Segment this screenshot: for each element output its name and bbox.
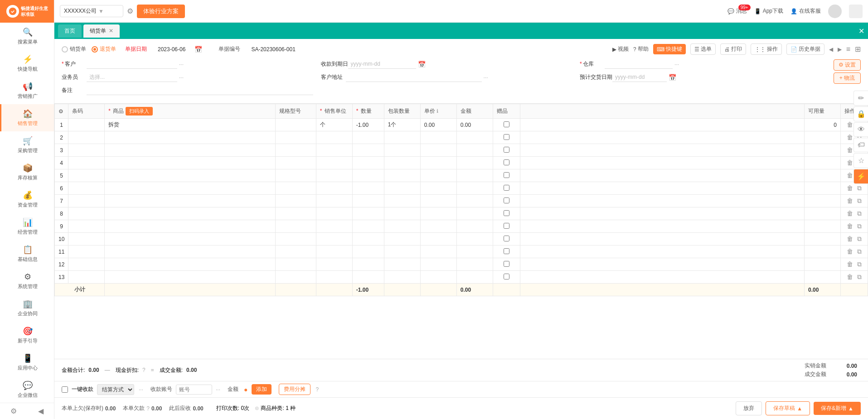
cell-unit[interactable] <box>316 233 352 246</box>
cell-pkgqty[interactable] <box>384 131 420 144</box>
gift-checkbox[interactable] <box>504 236 509 241</box>
cell-gift[interactable] <box>493 233 520 246</box>
customer-dots[interactable]: ··· <box>179 61 184 67</box>
delete-row-button[interactable]: 🗑 <box>845 184 854 192</box>
copy-row-button[interactable]: ⧉ <box>856 235 863 243</box>
cell-amount[interactable] <box>456 169 493 182</box>
history-button[interactable]: 📄 历史单据 <box>786 43 824 55</box>
delete-row-button[interactable]: 🗑 <box>845 248 854 255</box>
shortcuts-button[interactable]: ⌨ 快捷键 <box>653 44 686 54</box>
cell-gift[interactable] <box>493 169 520 182</box>
cell-unit[interactable] <box>316 271 352 284</box>
copy-row-button[interactable]: ⧉ <box>856 260 863 268</box>
date-calendar-icon[interactable]: 📅 <box>194 46 202 53</box>
one-click-checkbox[interactable] <box>62 386 68 393</box>
sidebar-item-sales[interactable]: 🏠 销售管理 <box>0 104 54 131</box>
nav-prev-icon[interactable]: ◀ <box>829 46 833 53</box>
sidebar-item-operation[interactable]: 📊 经营管理 <box>0 213 54 240</box>
save-draft-button[interactable]: 保存草稿 ▲ <box>766 401 810 415</box>
cell-price[interactable]: 0.00 <box>420 119 456 131</box>
cell-price[interactable] <box>420 220 456 233</box>
cell-pkgqty[interactable] <box>384 169 420 182</box>
settings-button[interactable]: ⚙ 设置 <box>834 59 861 71</box>
view-grid-icon[interactable]: ⊞ <box>855 45 861 53</box>
cell-amount[interactable] <box>456 157 493 169</box>
user-menu-icon[interactable] <box>849 5 863 18</box>
actions-button[interactable]: ⋮⋮ 操作 <box>751 43 782 55</box>
cell-amount[interactable] <box>456 271 493 284</box>
tool-video[interactable]: ▶ 视频 <box>612 45 629 53</box>
cell-pkgqty[interactable] <box>384 144 420 157</box>
delete-row-button[interactable]: 🗑 <box>845 222 854 230</box>
user-avatar[interactable] <box>828 5 842 18</box>
scan-button[interactable]: 扫码录入 <box>126 107 153 116</box>
salesperson-input[interactable] <box>87 72 177 82</box>
sidebar-item-base[interactable]: 📋 基础信息 <box>0 240 54 267</box>
cell-price[interactable] <box>420 131 456 144</box>
cell-gift[interactable] <box>493 144 520 157</box>
gift-checkbox[interactable] <box>504 197 509 203</box>
cell-qty[interactable] <box>352 207 384 220</box>
copy-row-button[interactable]: ⧉ <box>856 248 863 255</box>
cell-product[interactable] <box>105 271 275 284</box>
sidebar-item-guide[interactable]: 🎯 新手引导 <box>0 322 54 349</box>
cell-price[interactable] <box>420 246 456 258</box>
cell-spec[interactable] <box>275 144 316 157</box>
delete-row-button[interactable]: 🗑 <box>845 197 854 204</box>
cell-pkgqty[interactable] <box>384 157 420 169</box>
sidebar-item-search[interactable]: 🔍 搜索菜单 <box>0 23 54 50</box>
cell-qty[interactable] <box>352 195 384 207</box>
cell-gift[interactable] <box>493 207 520 220</box>
cell-barcode[interactable] <box>68 157 105 169</box>
cell-spec[interactable] <box>275 233 316 246</box>
customer-address-input[interactable] <box>346 72 482 82</box>
cell-product[interactable] <box>105 233 275 246</box>
gift-checkbox[interactable] <box>504 210 509 216</box>
copy-row-button[interactable]: ⧉ <box>856 273 863 281</box>
print-button[interactable]: 🖨 打印 <box>720 43 746 55</box>
expected-delivery-calendar-icon[interactable]: 📅 <box>669 74 676 81</box>
cell-barcode[interactable] <box>68 144 105 157</box>
gift-checkbox[interactable] <box>504 159 509 165</box>
cell-price[interactable] <box>420 182 456 195</box>
th-settings[interactable]: ⚙ <box>55 104 68 119</box>
customer-input[interactable] <box>87 59 177 69</box>
cell-qty[interactable] <box>352 157 384 169</box>
cell-product[interactable] <box>105 195 275 207</box>
cell-barcode[interactable] <box>68 220 105 233</box>
radio-sales[interactable]: 销货单 <box>62 45 86 53</box>
cell-qty[interactable] <box>352 182 384 195</box>
radio-return[interactable]: 退货单 <box>92 45 116 53</box>
tab-sales-order[interactable]: 销货单 ✕ <box>83 24 120 38</box>
abandon-button[interactable]: 放弃 <box>736 401 762 415</box>
cell-product[interactable] <box>105 182 275 195</box>
sidebar-item-marketing[interactable]: 📢 营销推广 <box>0 77 54 104</box>
delete-row-button[interactable]: 🗑 <box>845 210 854 217</box>
cell-barcode[interactable] <box>68 246 105 258</box>
gift-checkbox[interactable] <box>504 248 509 254</box>
cash-discount-info[interactable]: ? <box>142 367 145 373</box>
cell-product[interactable] <box>105 144 275 157</box>
payment-date-input[interactable] <box>348 59 416 69</box>
payment-date-calendar-icon[interactable]: 📅 <box>418 61 426 68</box>
add-payment-button[interactable]: 添加 <box>252 384 272 395</box>
cell-qty[interactable] <box>352 258 384 271</box>
cell-price[interactable] <box>420 195 456 207</box>
cell-amount[interactable] <box>456 182 493 195</box>
gift-checkbox[interactable] <box>504 172 509 178</box>
sidebar-item-finance[interactable]: 💰 资金管理 <box>0 186 54 213</box>
cell-amount[interactable] <box>456 207 493 220</box>
gift-checkbox[interactable] <box>504 121 509 127</box>
cell-spec[interactable] <box>275 182 316 195</box>
warehouse-dots[interactable]: ··· <box>674 61 679 67</box>
cell-price[interactable] <box>420 207 456 220</box>
quick-tool-edit[interactable]: ✏ <box>853 91 868 106</box>
copy-row-button[interactable]: ⧉ <box>856 222 863 230</box>
cell-amount[interactable] <box>456 258 493 271</box>
cell-gift[interactable] <box>493 220 520 233</box>
cell-amount[interactable] <box>456 246 493 258</box>
copy-row-button[interactable]: ⧉ <box>856 210 863 217</box>
cell-price[interactable] <box>420 144 456 157</box>
cell-spec[interactable] <box>275 157 316 169</box>
cell-pkgqty[interactable]: 1个 <box>384 119 420 131</box>
